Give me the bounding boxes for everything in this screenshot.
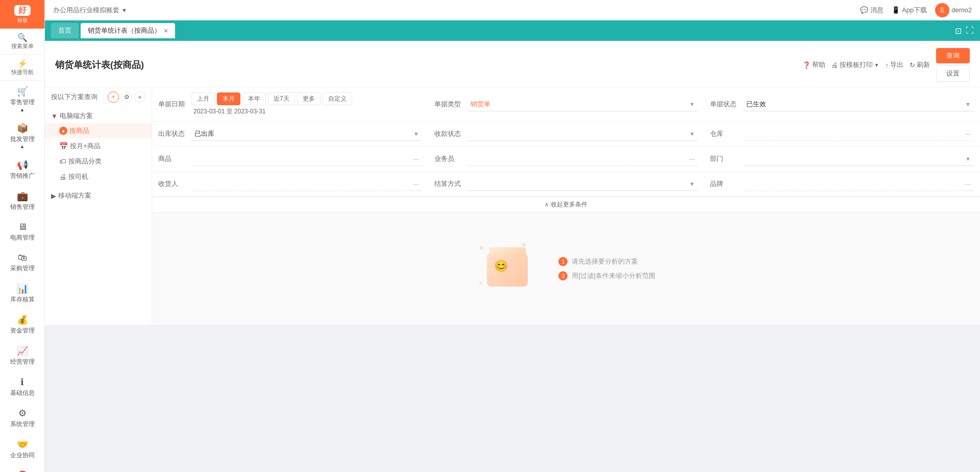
settings-btn[interactable]: 设置 xyxy=(936,65,970,82)
settlement-select[interactable]: ▼ xyxy=(468,177,698,191)
app-download-btn[interactable]: 📱 App下载 xyxy=(892,6,927,15)
empty-steps: 1 请先选择要分析的方案 2 用[过滤]条件来缩小分析范围 xyxy=(558,257,655,280)
tree-item-by-category[interactable]: 🏷 按商品分类 xyxy=(45,154,152,169)
enterprise-icon: 🤝 xyxy=(17,439,28,450)
consignee-label: 收货人 xyxy=(158,179,191,188)
refresh-btn[interactable]: ↻ 刷新 xyxy=(910,60,930,69)
tab-home[interactable]: 首页 xyxy=(51,23,79,38)
retail-icon: 🛒 xyxy=(17,86,28,97)
date-this-month[interactable]: 本月 xyxy=(217,92,240,105)
warehouse-status-cell: 出库状态 已出库 ▼ xyxy=(152,122,428,146)
warehouse-input[interactable]: ··· xyxy=(743,127,974,141)
date-custom[interactable]: 自定义 xyxy=(323,92,352,105)
logo-text: 标版 xyxy=(17,17,28,24)
product-input[interactable]: ··· xyxy=(191,152,422,166)
payment-status-select[interactable]: ▼ xyxy=(468,127,698,141)
product-dots-btn[interactable]: ··· xyxy=(413,155,419,163)
warehouse-dots-btn[interactable]: ··· xyxy=(965,130,971,138)
sidebar-search[interactable]: 🔍 搜索菜单 xyxy=(0,29,44,55)
tab-sales-stats[interactable]: 销货单统计表（按商品） × xyxy=(81,23,175,38)
tree-item-icon-month: 📅 xyxy=(59,142,68,150)
sidebar-item-purchase[interactable]: 🛍 采购管理 xyxy=(0,247,44,278)
sidebar-item-guide[interactable]: 🎯 新手引导 xyxy=(0,465,44,472)
system-icon: ⚙ xyxy=(18,408,27,419)
tree-item-by-driver[interactable]: 🖨 按司机 xyxy=(45,169,152,184)
sidebar-item-operations[interactable]: 📈 经营管理 xyxy=(0,340,44,371)
message-icon: 💬 xyxy=(860,6,868,14)
tree-expand-icon: ▼ xyxy=(51,112,58,120)
sidebar-item-inventory[interactable]: 📊 库存核算 xyxy=(0,278,44,309)
message-btn[interactable]: 💬 消息 xyxy=(860,6,884,15)
date-last-7[interactable]: 近7天 xyxy=(268,92,295,105)
tab-expand-btn[interactable]: ⊡ ⛶ xyxy=(955,26,974,36)
consignee-dots-btn[interactable]: ··· xyxy=(413,180,419,188)
filter-section: 单据日期 上月 本月 本年 近7天 更多 自定义 2023-03-01 至 20… xyxy=(152,87,980,213)
mobile-group-header[interactable]: ▶ 移动端方案 xyxy=(45,188,152,203)
warehouse-cell: 仓库 ··· xyxy=(704,122,980,146)
marketing-icon: 📢 xyxy=(17,159,28,171)
warehouse-status-select[interactable]: 已出库 ▼ xyxy=(191,127,422,141)
doc-status-select[interactable]: 已生效 ▼ xyxy=(743,97,974,111)
department-select[interactable]: ▼ xyxy=(743,152,974,166)
refresh-icon: ↻ xyxy=(910,61,915,69)
brand-input[interactable]: ··· xyxy=(743,177,974,191)
empty-step-2: 2 用[过滤]条件来缩小分析范围 xyxy=(558,271,655,280)
query-btn[interactable]: 查询 xyxy=(936,48,970,63)
filter-row-4: 收货人 ··· 结算方式 xyxy=(152,172,980,197)
header-right: 💬 消息 📱 App下载 E demo2 xyxy=(860,3,972,17)
sidebar-item-enterprise[interactable]: 🤝 企业协同 xyxy=(0,434,44,465)
print-btn[interactable]: 🖨 按模板打印 ▼ xyxy=(831,60,879,69)
tree-item-by-month-product[interactable]: 📅 按月+商品 xyxy=(45,138,152,154)
help-btn[interactable]: ❓ 帮助 xyxy=(802,60,825,69)
date-last-month[interactable]: 上月 xyxy=(191,92,215,105)
panel-collapse-btn[interactable]: « xyxy=(134,91,145,103)
settlement-cell: 结算方式 ▼ xyxy=(428,172,704,196)
tree-item-by-product[interactable]: ● 按商品 xyxy=(45,123,152,138)
top-header: 办公用品行业模拟账套 ▼ 💬 消息 📱 App下载 E demo2 xyxy=(45,0,980,20)
department-chevron-icon: ▼ xyxy=(965,156,971,162)
collapse-bar[interactable]: ∧ 收起更多条件 xyxy=(152,197,980,213)
plan-settings-btn[interactable]: ⚙ xyxy=(121,91,132,103)
sidebar-item-ecommerce[interactable]: 🖥 电商管理 xyxy=(0,217,44,247)
brand-dots-btn[interactable]: ··· xyxy=(965,180,971,188)
consignee-input[interactable]: ··· xyxy=(191,177,422,191)
tab-close-icon[interactable]: × xyxy=(164,27,168,35)
export-icon: ↑ xyxy=(886,61,889,69)
desktop-group-header[interactable]: ▼ 电脑端方案 xyxy=(45,109,152,123)
operations-icon: 📈 xyxy=(17,345,28,357)
doc-status-cell: 单据状态 已生效 ▼ xyxy=(704,87,980,121)
payment-status-chevron-icon: ▼ xyxy=(689,131,695,137)
sidebar-item-retail[interactable]: 🛒 零售管理 ▲ xyxy=(0,81,44,117)
mobile-group-label: 移动端方案 xyxy=(58,191,91,200)
salesperson-input[interactable]: ··· xyxy=(468,152,698,166)
left-panel-header: 按以下方案查询 + ⚙ « xyxy=(45,87,152,107)
filter-row-1: 单据日期 上月 本月 本年 近7天 更多 自定义 2023-03-01 至 20… xyxy=(152,87,980,122)
product-label: 商品 xyxy=(158,154,191,163)
sidebar-item-basics[interactable]: ℹ 基础信息 xyxy=(0,371,44,403)
desktop-group: ▼ 电脑端方案 ● 按商品 📅 按月+商品 🏷 xyxy=(45,107,152,186)
wholesale-icon: 📦 xyxy=(17,123,28,134)
settlement-label: 结算方式 xyxy=(434,179,468,188)
sidebar-quick-nav[interactable]: ⚡ 快捷导航 xyxy=(0,55,44,81)
payment-status-label: 收款状态 xyxy=(434,129,468,138)
collapse-chevron-icon: ∧ xyxy=(545,201,549,208)
step-1-text: 请先选择要分析的方案 xyxy=(572,257,638,266)
doc-type-select[interactable]: 销货单 ▼ xyxy=(468,97,698,111)
sidebar-item-wholesale[interactable]: 📦 批发管理 ▲ xyxy=(0,117,44,154)
doc-type-label: 单据类型 xyxy=(434,100,468,109)
filter-row-3: 商品 ··· 业务员 ·· xyxy=(152,147,980,172)
app-title-dropdown[interactable]: 办公用品行业模拟账套 ▼ xyxy=(53,6,127,15)
add-plan-btn[interactable]: + xyxy=(108,91,119,103)
sidebar-item-system[interactable]: ⚙ 系统管理 xyxy=(0,403,44,434)
sidebar-item-finance[interactable]: 💰 资金管理 xyxy=(0,309,44,340)
purchase-icon: 🛍 xyxy=(18,252,27,263)
main-area: 办公用品行业模拟账套 ▼ 💬 消息 📱 App下载 E demo2 首页 销货单… xyxy=(45,0,980,472)
date-more[interactable]: 更多 xyxy=(297,92,321,105)
user-profile[interactable]: E demo2 xyxy=(935,3,972,17)
salesperson-dots-btn[interactable]: ··· xyxy=(689,155,695,163)
export-btn[interactable]: ↑ 导出 xyxy=(886,60,904,69)
sidebar-item-sales[interactable]: 💼 销售管理 xyxy=(0,185,44,217)
minimize-icon: ⊡ xyxy=(955,26,962,36)
sidebar-item-marketing[interactable]: 📢 营销推广 xyxy=(0,154,44,185)
date-this-year[interactable]: 本年 xyxy=(242,92,266,105)
